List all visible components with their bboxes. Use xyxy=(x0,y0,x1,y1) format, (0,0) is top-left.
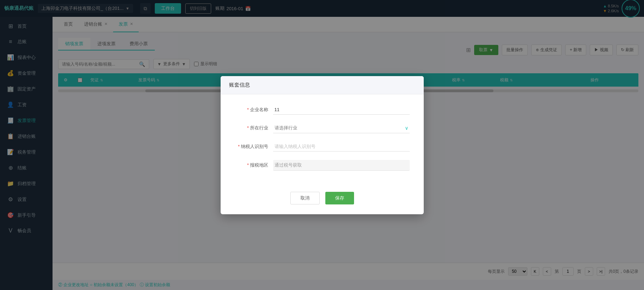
industry-dropdown-icon[interactable]: ∨ xyxy=(405,125,408,131)
tax-id-input[interactable] xyxy=(273,142,410,151)
company-name-label: *企业名称 xyxy=(235,107,273,113)
industry-select-input[interactable] xyxy=(275,125,405,130)
form-row-tax-region: *报税地区 通过税号获取 xyxy=(235,160,410,171)
form-row-company-name: *企业名称 xyxy=(235,105,410,115)
form-row-tax-id: *纳税人识别号 xyxy=(235,142,410,151)
save-button[interactable]: 保存 xyxy=(325,192,354,204)
required-star: * xyxy=(247,162,249,168)
required-star: * xyxy=(238,144,240,149)
company-name-input[interactable] xyxy=(273,105,410,115)
cancel-button[interactable]: 取消 xyxy=(290,192,320,204)
account-info-dialog: 账套信息 *企业名称 *所在行业 ∨ xyxy=(221,76,424,214)
dialog-footer: 取消 保存 xyxy=(221,186,424,214)
modal-overlay[interactable]: 账套信息 *企业名称 *所在行业 ∨ xyxy=(0,0,644,290)
industry-label: *所在行业 xyxy=(235,125,273,131)
required-star: * xyxy=(247,125,249,130)
required-star: * xyxy=(247,107,249,112)
form-row-industry: *所在行业 ∨ xyxy=(235,123,410,133)
dialog-header: 账套信息 xyxy=(221,76,424,94)
dialog-body: *企业名称 *所在行业 ∨ *纳税人识别号 xyxy=(221,94,424,186)
tax-id-label: *纳税人识别号 xyxy=(235,143,273,150)
tax-region-label: *报税地区 xyxy=(235,162,273,168)
industry-select-wrapper[interactable]: ∨ xyxy=(273,123,410,133)
dialog-title: 账套信息 xyxy=(229,82,250,88)
tax-region-display: 通过税号获取 xyxy=(273,160,410,171)
